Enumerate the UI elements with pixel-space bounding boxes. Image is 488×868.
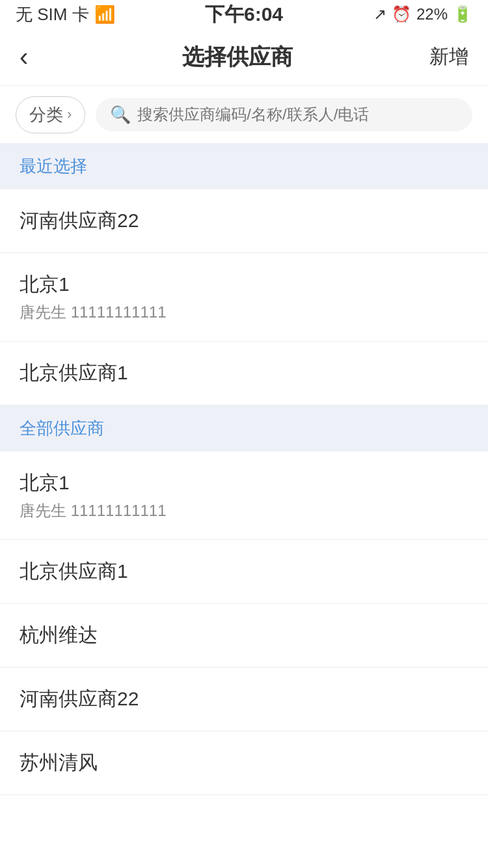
battery-level: 22% xyxy=(416,5,448,23)
status-right: ↗ ⏰ 22% 🔋 xyxy=(373,5,472,23)
back-icon: ‹ xyxy=(20,42,28,71)
list-item[interactable]: 北京1 唐先生 11111111111 xyxy=(0,253,488,342)
list-item[interactable]: 北京供应商1 xyxy=(0,342,488,405)
item-name: 杭州维达 xyxy=(20,622,468,649)
page-title: 选择供应商 xyxy=(59,42,416,72)
all-section-header: 全部供应商 xyxy=(0,405,488,452)
status-left: 无 SIM 卡 📶 xyxy=(16,3,115,26)
list-item[interactable]: 杭州维达 xyxy=(0,604,488,668)
list-item[interactable]: 北京供应商1 xyxy=(0,540,488,604)
item-name: 河南供应商22 xyxy=(20,686,468,712)
search-input[interactable] xyxy=(137,105,458,124)
sim-label: 无 SIM 卡 xyxy=(16,3,89,26)
location-icon: ↗ xyxy=(373,5,386,23)
item-name: 苏州清风 xyxy=(20,750,468,776)
chevron-right-icon: › xyxy=(67,106,72,123)
nav-bar: ‹ 选择供应商 新增 xyxy=(0,29,488,86)
status-bar: 无 SIM 卡 📶 下午6:04 ↗ ⏰ 22% 🔋 xyxy=(0,0,488,29)
list-item[interactable]: 苏州清风 xyxy=(0,731,488,795)
list-item[interactable]: 河南供应商22 xyxy=(0,189,488,253)
item-name: 北京1 xyxy=(20,470,468,496)
category-label: 分类 xyxy=(29,103,63,126)
add-button[interactable]: 新增 xyxy=(416,44,468,70)
recent-section-header: 最近选择 xyxy=(0,143,488,189)
item-name: 北京供应商1 xyxy=(20,360,468,387)
item-name: 北京1 xyxy=(20,271,468,298)
search-box: 🔍 xyxy=(96,98,472,131)
recent-list: 河南供应商22 北京1 唐先生 11111111111 北京供应商1 xyxy=(0,189,488,405)
category-button[interactable]: 分类 › xyxy=(16,96,85,133)
all-list: 北京1 唐先生 11111111111 北京供应商1杭州维达河南供应商22苏州清… xyxy=(0,452,488,795)
battery-icon: 🔋 xyxy=(453,5,472,23)
back-button[interactable]: ‹ xyxy=(20,42,59,72)
wifi-icon: 📶 xyxy=(94,5,115,25)
item-name: 北京供应商1 xyxy=(20,558,468,585)
status-time: 下午6:04 xyxy=(205,1,283,28)
list-item[interactable]: 河南供应商22 xyxy=(0,668,488,731)
filter-bar: 分类 › 🔍 xyxy=(0,86,488,143)
item-sub: 唐先生 11111111111 xyxy=(20,500,468,521)
search-icon: 🔍 xyxy=(110,105,131,125)
alarm-icon: ⏰ xyxy=(392,5,411,23)
list-item[interactable]: 北京1 唐先生 11111111111 xyxy=(0,452,488,540)
item-name: 河南供应商22 xyxy=(20,208,468,234)
item-sub: 唐先生 11111111111 xyxy=(20,302,468,323)
